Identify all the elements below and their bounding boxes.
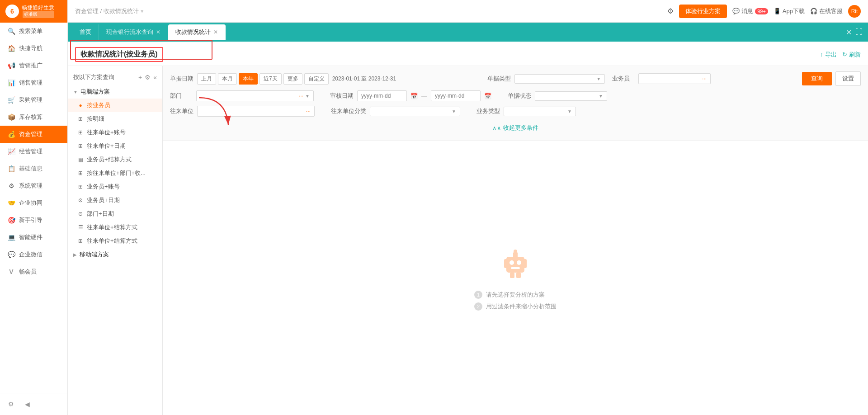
review-date-filter: 审核日期 📅 — 📅 — [330, 90, 491, 101]
salesperson-select[interactable]: ··· — [638, 73, 711, 84]
empty-robot-icon — [497, 245, 533, 282]
tab-collection-stats[interactable]: 收款情况统计 ✕ — [168, 24, 226, 40]
sidebar-item-sales[interactable]: 📊 销售管理 — [0, 74, 67, 91]
search-icon: 🔍 — [7, 27, 15, 35]
counterpart-more[interactable]: ··· — [306, 108, 311, 114]
user-avatar[interactable]: Rit — [848, 5, 861, 18]
salesperson-filter: 业务员 ··· — [612, 73, 711, 84]
tree-item-dept-date[interactable]: ⊙ 部门+日期 — [68, 207, 162, 221]
tree-item-party-settle-1[interactable]: ☰ 往来单位+结算方式 — [68, 221, 162, 234]
svg-point-6 — [517, 260, 521, 265]
collapse-sidebar-icon[interactable]: ◀︎ — [21, 398, 33, 410]
salesperson-more[interactable]: ··· — [702, 75, 707, 82]
review-date-start[interactable] — [357, 90, 407, 101]
maximize-icon[interactable]: ⛶ — [855, 28, 863, 36]
sidebar-item-search[interactable]: 🔍 搜索菜单 — [0, 23, 67, 40]
tab-bank-flow[interactable]: 现金银行流水查询 ✕ — [99, 24, 168, 40]
sidebar-item-inventory[interactable]: 📦 库存核算 — [0, 108, 67, 126]
page-header: 收款情况统计(按业务员) ↑ 导出 ↻ 刷新 — [68, 42, 868, 66]
counterpart-select[interactable]: ··· — [197, 106, 315, 117]
date-btn-this-month[interactable]: 本月 — [218, 73, 237, 85]
settings-bottom-icon[interactable]: ⚙ — [5, 398, 17, 410]
voucher-type-select[interactable]: ▼ — [514, 74, 605, 84]
tree-item-sales-account[interactable]: ⊞ 业务员+账号 — [68, 180, 162, 193]
sidebar-item-enterprise[interactable]: 🤝 企业协同 — [0, 194, 67, 212]
query-button[interactable]: 查询 — [802, 72, 832, 85]
trial-button[interactable]: 体验行业方案 — [679, 5, 727, 18]
voucher-status-select[interactable]: ▼ — [535, 91, 607, 101]
filter-settings-button[interactable]: 设置 — [835, 71, 861, 86]
hardware-icon: 💻 — [7, 233, 15, 241]
tree-item-party-dept[interactable]: ⊞ 按往来单位+部门+收... — [68, 166, 162, 180]
sidebar-item-guide[interactable]: 🎯 新手引导 — [0, 212, 67, 229]
svg-rect-1 — [504, 259, 509, 268]
logo: 6 畅捷通好生意 标准版 — [0, 0, 67, 23]
tree-collapse-arrow: ▶ — [73, 252, 77, 257]
scheme-settings-icon[interactable]: ⚙ — [145, 74, 151, 81]
page-title-box: 收款情况统计(按业务员) — [75, 47, 163, 62]
tree-item-party-account[interactable]: ⊞ 往来单位+账号 — [68, 126, 162, 139]
sidebar-item-purchase[interactable]: 🛒 采购管理 — [0, 91, 67, 108]
list-detail-icon: ⊞ — [77, 115, 84, 123]
tree-category-mobile[interactable]: ▶ 移动端方案 — [68, 248, 162, 261]
refresh-button[interactable]: ↻ 刷新 — [842, 51, 861, 59]
calendar-icon-end[interactable]: 📅 — [484, 93, 491, 99]
add-scheme-icon[interactable]: + — [138, 74, 142, 81]
sidebar-item-hardware[interactable]: 💻 智能硬件 — [0, 229, 67, 246]
sidebar-item-management[interactable]: 📈 经营管理 — [0, 143, 67, 160]
filter-actions: 查询 设置 — [802, 71, 861, 86]
sidebar-item-marketing[interactable]: 📢 营销推广 — [0, 57, 67, 74]
svg-rect-3 — [510, 273, 514, 278]
sidebar-item-base-info[interactable]: 📋 基础信息 — [0, 160, 67, 177]
tree-category-pc[interactable]: ▼ 电脑端方案 — [68, 85, 162, 99]
sidebar-item-finance[interactable]: 💰 资金管理 — [0, 126, 67, 143]
tree-item-sales-date[interactable]: ⊙ 业务员+日期 — [68, 193, 162, 207]
date-btn-custom[interactable]: 自定义 — [304, 73, 329, 85]
business-type-arrow: ▼ — [567, 109, 572, 114]
date-btn-this-year[interactable]: 本年 — [239, 73, 258, 85]
date-filter: 单据日期 上月 本月 本年 近7天 更多 自定义 2023-01-01 至 20… — [170, 73, 396, 85]
settings-icon[interactable]: ⚙ — [667, 7, 674, 15]
svg-point-5 — [509, 260, 514, 265]
page-title: 收款情况统计(按业务员) — [80, 50, 158, 58]
business-type-select[interactable]: ▼ — [504, 107, 576, 116]
review-date-end[interactable] — [431, 90, 481, 101]
date-btn-more[interactable]: 更多 — [283, 73, 302, 85]
app-download-button[interactable]: 📱 App下载 — [774, 7, 805, 15]
sidebar-item-nav[interactable]: 🏠 快捷导航 — [0, 40, 67, 57]
date-range-text: 2023-01-01 至 2023-12-31 — [332, 75, 396, 83]
messages-button[interactable]: 💬 消息 99+ — [732, 7, 768, 15]
filter-row-3: 往来单位 ··· 往来单位分类 ▼ — [170, 106, 861, 117]
collapse-more-conditions[interactable]: ∧∧ 收起更多条件 — [490, 121, 541, 135]
department-select[interactable]: ··· ▼ — [196, 90, 314, 101]
sidebar-item-member[interactable]: V 畅会员 — [0, 263, 67, 280]
tab-close-collection[interactable]: ✕ — [213, 29, 218, 35]
sidebar-item-system[interactable]: ⚙ 系统管理 — [0, 177, 67, 194]
dept-more[interactable]: ··· — [299, 93, 303, 99]
voucher-type-arrow: ▼ — [596, 76, 601, 81]
svg-rect-7 — [511, 267, 520, 269]
calendar-icon-start[interactable]: 📅 — [410, 93, 418, 99]
tab-close-bank[interactable]: ✕ — [156, 29, 160, 35]
collapse-panel-icon[interactable]: « — [153, 74, 157, 81]
tree-item-party-settle-2[interactable]: ⊞ 往来单位+结算方式 — [68, 234, 162, 248]
export-button[interactable]: ↑ 导出 — [821, 51, 837, 59]
person-icon: ● — [77, 102, 84, 109]
close-window-icon[interactable]: ✕ — [846, 28, 852, 37]
counterpart-category-select[interactable]: ▼ — [370, 107, 460, 116]
date-btn-last-month[interactable]: 上月 — [197, 73, 216, 85]
tab-home[interactable]: 首页 — [72, 24, 99, 40]
collapse-up-icon: ∧∧ — [492, 125, 501, 132]
system-icon: ⚙ — [7, 182, 15, 190]
online-service-button[interactable]: 🎧 在线客服 — [810, 7, 843, 15]
tree-item-sales-settle[interactable]: ▦ 业务员+结算方式 — [68, 153, 162, 166]
tree-item-by-salesperson[interactable]: ● 按业务员 — [68, 99, 162, 112]
sidebar-item-wechat[interactable]: 💬 企业微信 — [0, 246, 67, 263]
clock-icon-2: ⊙ — [77, 210, 84, 217]
filter-area: 单据日期 上月 本月 本年 近7天 更多 自定义 2023-01-01 至 20… — [163, 66, 868, 141]
table-icon-5: ⊞ — [77, 237, 84, 245]
date-btn-7days[interactable]: 近7天 — [259, 73, 282, 85]
logo-icon: 6 — [5, 5, 19, 18]
tree-item-party-date[interactable]: ⊞ 往来单位+日期 — [68, 139, 162, 153]
tree-item-detail[interactable]: ⊞ 按明细 — [68, 112, 162, 126]
